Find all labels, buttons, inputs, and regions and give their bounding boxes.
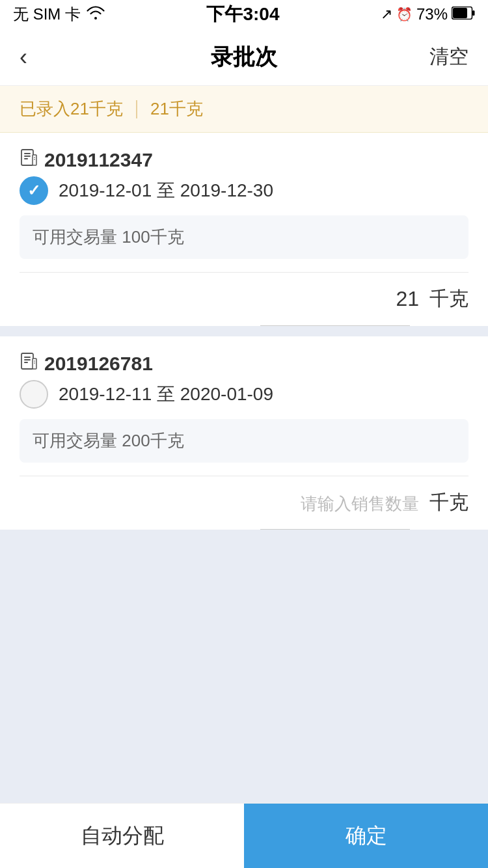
status-left: 无 SIM 卡	[13, 4, 105, 25]
sim-label: 无 SIM 卡	[13, 4, 81, 25]
batch-id-2: 2019126781	[44, 353, 153, 375]
info-divider	[136, 100, 137, 118]
batch-header-2: 2019126781	[0, 336, 488, 380]
svg-rect-14	[33, 359, 36, 369]
svg-rect-4	[24, 153, 31, 154]
batch-header-1: 2019112347	[0, 133, 488, 176]
batch-doc-icon-1	[20, 148, 38, 171]
info-value: 21千克	[150, 98, 203, 120]
alarm-icon: ⏰	[396, 7, 413, 22]
batch-radio-2[interactable]	[20, 380, 48, 409]
batch-date-1: 2019-12-01 至 2019-12-30	[59, 178, 273, 203]
status-time: 下午3:04	[206, 2, 279, 27]
location-icon: ↗	[381, 6, 392, 23]
svg-rect-5	[24, 156, 31, 157]
batch-avail-2: 可用交易量 200千克	[20, 419, 468, 463]
batch-avail-1: 可用交易量 100千克	[20, 215, 468, 259]
batch-date-2: 2019-12-11 至 2020-01-09	[59, 382, 273, 407]
batch-date-row-2[interactable]: 2019-12-11 至 2020-01-09	[0, 380, 488, 419]
back-button[interactable]: ‹	[20, 44, 27, 71]
svg-rect-6	[24, 158, 28, 159]
section-separator	[0, 326, 488, 336]
svg-rect-1	[453, 8, 467, 18]
batch-qty-row-2: 千克	[0, 476, 488, 529]
battery-label: 73%	[416, 5, 448, 23]
batch-qty-input-1[interactable]	[158, 287, 419, 311]
svg-rect-12	[24, 359, 31, 360]
nav-bar: ‹ 录批次 清空	[0, 29, 488, 86]
batch-card-1: 2019112347 2019-12-01 至 2019-12-30 可用交易量…	[0, 133, 488, 326]
svg-rect-10	[21, 353, 33, 369]
batch-qty-unit-2: 千克	[429, 489, 468, 516]
info-banner: 已录入21千克 21千克	[0, 86, 488, 133]
bottom-bar: 自动分配 确定	[0, 803, 488, 868]
status-bar: 无 SIM 卡 下午3:04 ↗ ⏰ 73%	[0, 0, 488, 29]
wifi-icon	[86, 5, 105, 23]
confirm-button[interactable]: 确定	[244, 804, 488, 868]
empty-area	[0, 530, 488, 816]
info-recorded-label: 已录入21千克	[20, 98, 123, 120]
clear-button[interactable]: 清空	[429, 44, 468, 70]
battery-icon	[452, 5, 475, 23]
auto-distribute-button[interactable]: 自动分配	[0, 804, 244, 868]
batch-qty-unit-1: 千克	[429, 286, 468, 312]
svg-rect-2	[472, 10, 475, 16]
svg-rect-13	[24, 362, 28, 363]
batch-doc-icon-2	[20, 352, 38, 375]
page-title: 录批次	[211, 42, 277, 72]
svg-rect-11	[24, 357, 31, 358]
batch-qty-row-1: 千克	[0, 273, 488, 325]
batch-card-2: 2019126781 2019-12-11 至 2020-01-09 可用交易量…	[0, 336, 488, 530]
batch-qty-input-2[interactable]	[158, 491, 419, 515]
svg-rect-3	[21, 150, 33, 165]
status-right: ↗ ⏰ 73%	[381, 5, 475, 23]
svg-rect-7	[33, 155, 36, 165]
batch-id-1: 2019112347	[44, 149, 153, 171]
batch-radio-1[interactable]	[20, 176, 48, 205]
batch-date-row-1[interactable]: 2019-12-01 至 2019-12-30	[0, 176, 488, 215]
